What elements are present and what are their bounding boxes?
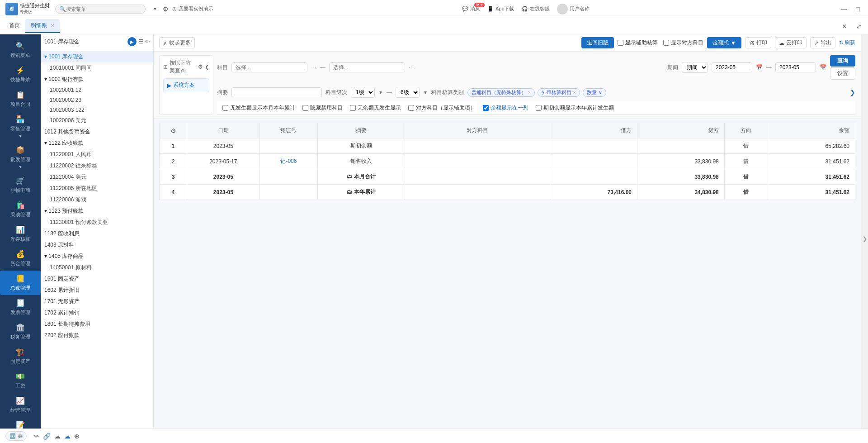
language-button[interactable]: 🔤 英 xyxy=(5,431,27,441)
tab-home[interactable]: 首页 xyxy=(4,19,25,33)
cb-balance-col-input[interactable] xyxy=(483,105,489,111)
navigate-account-button[interactable]: ▶ xyxy=(127,37,137,46)
cloud-print-button[interactable]: ☁ 云打印 xyxy=(775,37,807,48)
period-type-select[interactable]: 期间 xyxy=(682,62,708,73)
maximize-button[interactable]: □ xyxy=(854,5,863,14)
query-button[interactable]: 查询 xyxy=(830,55,855,67)
tree-node-11220004[interactable]: 11220004 美元 xyxy=(41,171,153,183)
show-opposite-checkbox[interactable]: 显示对方科目 xyxy=(663,39,703,47)
tree-node-11230001[interactable]: 11230001 预付账款美亚 xyxy=(41,217,153,228)
tree-list-icon[interactable]: ☰ xyxy=(138,38,143,45)
dropdown-icon[interactable]: ▼ xyxy=(153,6,157,11)
sidebar-item-purchase[interactable]: 🛍️ 采购管理 xyxy=(0,197,41,222)
sidebar-item-invoice[interactable]: 🧾 发票管理 xyxy=(0,295,41,319)
level-start-select[interactable]: 1级2级3级 xyxy=(351,87,375,98)
tree-node-11220002[interactable]: 11220002 往来标签 xyxy=(41,160,153,171)
tag-foreign-close[interactable]: × xyxy=(573,90,576,95)
tree-node-14050001[interactable]: 14050001 原材料 xyxy=(41,262,153,273)
show-aux-input[interactable] xyxy=(618,40,623,46)
cb-no-balance-input[interactable] xyxy=(350,105,356,111)
right-panel-toggle[interactable]: ❯ xyxy=(861,34,868,443)
level-end-select[interactable]: 6级5级4级 xyxy=(396,87,420,98)
table-settings-icon[interactable]: ⚙ xyxy=(170,127,176,134)
sidebar-item-ecommerce[interactable]: 🛒 小畅电商 xyxy=(0,173,41,197)
tree-node-10020003[interactable]: 10020003 122 xyxy=(41,105,153,115)
tree-node-11220006[interactable]: 11220006 游戏 xyxy=(41,194,153,205)
subject-end-input[interactable] xyxy=(329,62,405,72)
show-opposite-input[interactable] xyxy=(663,40,669,46)
cb-hide-disabled-input[interactable] xyxy=(302,105,308,111)
user-avatar[interactable]: 用户名称 xyxy=(557,4,590,14)
search-input[interactable] xyxy=(66,6,120,12)
tree-node-1002[interactable]: ▾ 1002 银行存款 xyxy=(41,74,153,85)
subject-more-icon[interactable]: ··· xyxy=(311,64,316,71)
print-button[interactable]: 🖨 打印 xyxy=(745,37,771,48)
close-panel-icon[interactable]: ❮ xyxy=(205,64,209,70)
status-icon-4[interactable]: ☁ xyxy=(64,433,71,440)
cb-no-balance[interactable]: 无余额无发生显示 xyxy=(350,104,401,112)
tree-node-11220005[interactable]: 11220005 所在地区 xyxy=(41,183,153,194)
settings-small-icon[interactable]: ⚙ xyxy=(198,64,203,70)
tree-node-10020006[interactable]: 10020006 美元 xyxy=(41,115,153,126)
status-icon-1[interactable]: ✏ xyxy=(34,433,39,440)
subject-end-more-icon[interactable]: ··· xyxy=(409,64,414,71)
tree-node-1012[interactable]: 1012 其他货币资金 xyxy=(41,126,153,138)
calendar-end-icon[interactable]: 📅 xyxy=(820,64,826,71)
sidebar-item-management[interactable]: 📈 经营管理 xyxy=(0,393,41,417)
tree-node-1602[interactable]: 1602 累计折旧 xyxy=(41,285,153,296)
subject-input[interactable] xyxy=(231,62,307,72)
period-end-input[interactable] xyxy=(775,62,816,72)
sidebar-item-assets[interactable]: 🏗️ 固定资产 xyxy=(0,344,41,368)
tree-node-1701[interactable]: 1701 无形资产 xyxy=(41,296,153,307)
status-icon-5[interactable]: ⊕ xyxy=(74,433,80,440)
amount-format-button[interactable]: 金额式 ▼ xyxy=(707,37,741,48)
cb-no-amount[interactable]: 无发生额显示本月本年累计 xyxy=(222,104,295,112)
tab-ledger[interactable]: 明细账 ✕ xyxy=(25,19,60,33)
right-panel-collapse-icon[interactable]: ❯ xyxy=(850,89,855,96)
tag-quantity-dropdown[interactable]: ∨ xyxy=(599,90,602,95)
tab-close-icon[interactable]: ✕ xyxy=(51,23,54,28)
tree-edit-icon[interactable]: ✏ xyxy=(145,38,150,45)
expand-more-button[interactable]: ∧ 收起更多 xyxy=(159,37,195,48)
tag-normal[interactable]: 普通科目（无特殊核算） × xyxy=(467,88,535,97)
status-icon-3[interactable]: ☁ xyxy=(54,433,61,440)
tree-node-2202[interactable]: 2202 应付账款 xyxy=(41,330,153,341)
message-button[interactable]: 💬 消息 99+ xyxy=(462,5,480,12)
cb-hide-disabled[interactable]: 隐藏禁用科目 xyxy=(302,104,343,112)
sidebar-item-ledger[interactable]: 📒 总账管理 xyxy=(0,271,41,295)
sidebar-item-wholesale[interactable]: 📦 批发管理 ▼ xyxy=(0,142,41,173)
tree-node-1403[interactable]: 1403 原材料 xyxy=(41,239,153,251)
cb-balance-col[interactable]: 余额显示在一列 xyxy=(483,104,528,112)
cb-opposite[interactable]: 对方科目（显示辅助项） xyxy=(408,104,476,112)
tree-node-1123[interactable]: ▾ 1123 预付账款 xyxy=(41,205,153,217)
system-scheme-button[interactable]: ▶ 系统方案 xyxy=(163,78,209,92)
tag-quantity[interactable]: 数量 ∨ xyxy=(583,88,606,97)
show-aux-checkbox[interactable]: 显示辅助核算 xyxy=(618,39,658,47)
sidebar-item-inventory[interactable]: 📊 库存核算 xyxy=(0,222,41,246)
status-icon-2[interactable]: 🔗 xyxy=(43,433,51,440)
tree-node-1132[interactable]: 1132 应收利息 xyxy=(41,228,153,239)
minimize-button[interactable]: — xyxy=(838,5,850,14)
sidebar-item-retail[interactable]: 🏪 零售管理 ▼ xyxy=(0,111,41,142)
sidebar-item-quick-nav[interactable]: ⚡ 快捷导航 xyxy=(0,62,41,87)
setting-button[interactable]: 设置 xyxy=(830,67,855,80)
fullscreen-button[interactable]: ⤢ xyxy=(854,22,864,31)
tree-node-1801[interactable]: 1801 长期待摊费用 xyxy=(41,319,153,330)
cb-opposite-input[interactable] xyxy=(408,105,414,111)
demo-link[interactable]: ◎ 我要看实例演示 xyxy=(172,5,213,12)
tree-node-11220001[interactable]: 11220001 人民币 xyxy=(41,149,153,160)
tree-node-10020002[interactable]: 10020002 23 xyxy=(41,95,153,105)
gear-icon[interactable]: ⚙ xyxy=(163,5,169,13)
online-service-button[interactable]: 🎧 在线客服 xyxy=(522,5,550,12)
summary-input[interactable] xyxy=(231,87,322,97)
tag-foreign[interactable]: 外币核算科目 × xyxy=(538,88,580,97)
sidebar-item-search[interactable]: 🔍 搜索菜单 xyxy=(0,38,41,62)
tree-node-1001[interactable]: ▾ 1001 库存现金 xyxy=(41,51,153,62)
cb-no-amount-input[interactable] xyxy=(222,105,228,111)
calendar-start-icon[interactable]: 📅 xyxy=(756,64,763,71)
cb-opening-balance-input[interactable] xyxy=(536,105,542,111)
tree-node-1405[interactable]: ▾ 1405 库存商品 xyxy=(41,251,153,262)
tree-node-1122[interactable]: ▾ 1122 应收账款 xyxy=(41,138,153,149)
return-old-version-button[interactable]: 退回旧版 xyxy=(581,37,614,48)
sidebar-item-salary[interactable]: 💵 工资 xyxy=(0,368,41,393)
